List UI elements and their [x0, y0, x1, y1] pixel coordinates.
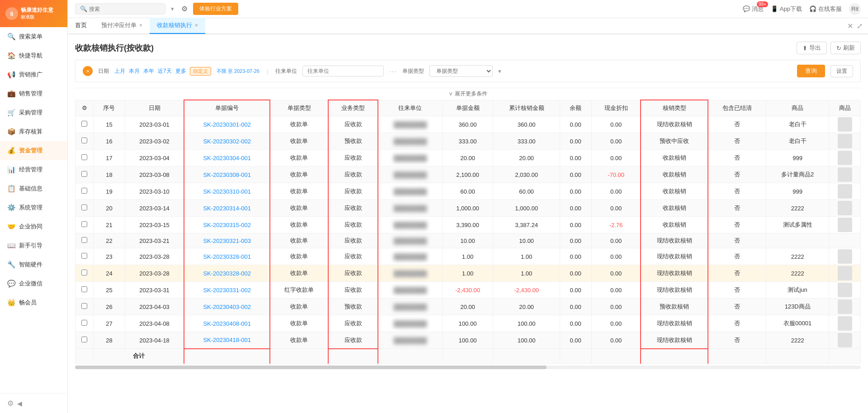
doc-no-link[interactable]: SK-20230315-002: [203, 222, 251, 228]
date-this-year[interactable]: 本年: [143, 67, 154, 75]
tab-home[interactable]: 首页: [68, 18, 94, 34]
date-last-7days[interactable]: 近7天: [158, 67, 172, 75]
user-profile[interactable]: Rit: [849, 3, 861, 15]
sidebar-item-system[interactable]: ⚙️ 系统管理: [0, 198, 67, 217]
date-last-month[interactable]: 上月: [114, 67, 125, 75]
sidebar-item-inventory[interactable]: 📦 库存核算: [0, 122, 67, 141]
search-input[interactable]: [89, 6, 160, 12]
row-cash-discount: 0.00: [591, 183, 641, 200]
row-balance: 0.00: [560, 282, 591, 299]
row-checkbox[interactable]: [75, 116, 94, 133]
tab-receipt-close-icon[interactable]: ×: [195, 22, 198, 28]
row-checkbox[interactable]: [75, 248, 94, 265]
sidebar-item-member[interactable]: 👑 畅会员: [0, 293, 67, 312]
sidebar-item-hardware[interactable]: 🔧 智能硬件: [0, 255, 67, 274]
row-product: 衣服00001: [766, 315, 829, 332]
row-checkbox[interactable]: [75, 299, 94, 315]
sidebar-item-search[interactable]: 🔍 搜索菜单: [0, 27, 67, 46]
tab-expand-icon[interactable]: ⤢: [857, 22, 863, 30]
date-more[interactable]: 更多: [175, 67, 186, 75]
doc-no-link[interactable]: SK-20230308-001: [203, 171, 251, 178]
sidebar-item-wechat[interactable]: 💬 企业微信: [0, 274, 67, 293]
row-checkbox[interactable]: [75, 233, 94, 248]
tab-prepay-close-icon[interactable]: ×: [139, 22, 142, 28]
doc-no-link[interactable]: SK-20230301-002: [203, 121, 251, 128]
row-checkbox[interactable]: [75, 133, 94, 150]
export-button[interactable]: ⬆ 导出: [797, 42, 827, 54]
topbar-search-box[interactable]: 🔍: [75, 3, 165, 14]
row-checkbox[interactable]: [75, 166, 94, 183]
sidebar-item-basic[interactable]: 📋 基础信息: [0, 179, 67, 198]
row-include-settled: 否: [708, 116, 766, 133]
row-checkbox[interactable]: [75, 332, 94, 349]
filter-settings-button[interactable]: 设置: [830, 65, 853, 77]
doc-no-link[interactable]: SK-20230418-001: [203, 337, 251, 343]
sidebar-item-marketing[interactable]: 📢 营销推广: [0, 65, 67, 84]
row-include-settled: 否: [708, 200, 766, 217]
product-image: [829, 166, 861, 183]
settings-gear-icon[interactable]: ⚙: [7, 399, 14, 408]
tab-close-all-icon[interactable]: ✕: [847, 22, 853, 30]
app-download-link[interactable]: 📱 App下载: [771, 5, 802, 13]
row-cash-discount: 0.00: [591, 133, 641, 150]
tab-receipt-cancel[interactable]: 收款核销执行 ×: [150, 18, 205, 34]
headset-icon: 🎧: [809, 5, 816, 12]
date-filter-label: 日期: [98, 67, 109, 75]
trading-unit-input[interactable]: [302, 66, 384, 76]
doc-no-link[interactable]: SK-20230331-002: [203, 287, 251, 294]
sidebar-item-operation[interactable]: 📊 经营管理: [0, 160, 67, 179]
horizontal-scrollbar[interactable]: [75, 366, 861, 369]
query-button[interactable]: 查询: [797, 65, 825, 77]
sidebar-item-purchase[interactable]: 🛒 采购管理: [0, 103, 67, 122]
row-biz-type: 应收款: [328, 315, 378, 332]
row-cancel-type: 现结收款核销: [641, 116, 708, 133]
filter-separator-1: |: [267, 68, 268, 75]
bill-type-select[interactable]: 单据类型: [429, 65, 493, 77]
doc-no-link[interactable]: SK-20230403-002: [203, 304, 251, 310]
row-cancel-amount: 360.00: [493, 116, 560, 133]
doc-no-link[interactable]: SK-20230328-001: [203, 253, 251, 260]
summary-cash-discount: [591, 349, 641, 364]
sidebar-item-guide[interactable]: 📖 新手引导: [0, 236, 67, 255]
row-checkbox[interactable]: [75, 150, 94, 166]
collapse-icon[interactable]: ◀: [17, 400, 22, 407]
topbar-gear-icon[interactable]: ⚙: [181, 5, 188, 13]
row-checkbox[interactable]: [75, 265, 94, 282]
filter-expand-button[interactable]: »: [83, 66, 93, 76]
tab-prepay-list[interactable]: 预付冲应付单 ×: [94, 18, 150, 34]
sidebar-item-finance[interactable]: 💰 资金管理: [0, 141, 67, 160]
row-checkbox[interactable]: [75, 282, 94, 299]
chat-icon: 💬: [7, 280, 15, 288]
row-product: 2222: [766, 265, 829, 282]
date-this-month[interactable]: 本月: [129, 67, 140, 75]
refresh-button[interactable]: ↻ 刷新: [830, 42, 861, 54]
doc-no-link[interactable]: SK-20230408-001: [203, 320, 251, 327]
industry-solution-button[interactable]: 体验行业方案: [193, 3, 238, 15]
row-include-settled: 否: [708, 183, 766, 200]
row-doc-no: SK-20230315-002: [184, 217, 270, 233]
sidebar-item-quicknav[interactable]: 🏠 快捷导航: [0, 46, 67, 65]
date-custom-badge[interactable]: 自定义: [190, 67, 211, 76]
row-checkbox[interactable]: [75, 217, 94, 233]
doc-no-link[interactable]: SK-20230321-003: [203, 237, 251, 244]
row-checkbox[interactable]: [75, 183, 94, 200]
online-support-link[interactable]: 🎧 在线客服: [809, 5, 842, 13]
data-table: ⚙ 序号 日期 单据编号 单据类型 业务类型 往来单位 单据金额 累计核销金额 …: [75, 100, 861, 364]
row-cash-discount: -2.76: [591, 217, 641, 233]
row-checkbox[interactable]: [75, 315, 94, 332]
th-biz-type: 业务类型: [328, 100, 378, 116]
expand-more-conditions[interactable]: ∨ 展开更多条件: [75, 88, 861, 100]
sidebar-item-sales[interactable]: 💼 销售管理: [0, 84, 67, 103]
doc-no-link[interactable]: SK-20230304-001: [203, 155, 251, 161]
row-trading-unit: ████████: [378, 166, 442, 183]
doc-no-link[interactable]: SK-20230328-002: [203, 270, 251, 277]
row-doc-type: 收款单: [270, 315, 328, 332]
row-cancel-amount: 1.00: [493, 265, 560, 282]
doc-no-link[interactable]: SK-20230302-002: [203, 138, 251, 145]
sidebar-item-collab[interactable]: 🤝 企业协同: [0, 217, 67, 236]
row-checkbox[interactable]: [75, 200, 94, 217]
th-gear[interactable]: ⚙: [75, 100, 94, 116]
doc-no-link[interactable]: SK-20230310-001: [203, 188, 251, 195]
messages-button[interactable]: 💬 消息 99+: [743, 5, 764, 13]
doc-no-link[interactable]: SK-20230314-001: [203, 205, 251, 212]
